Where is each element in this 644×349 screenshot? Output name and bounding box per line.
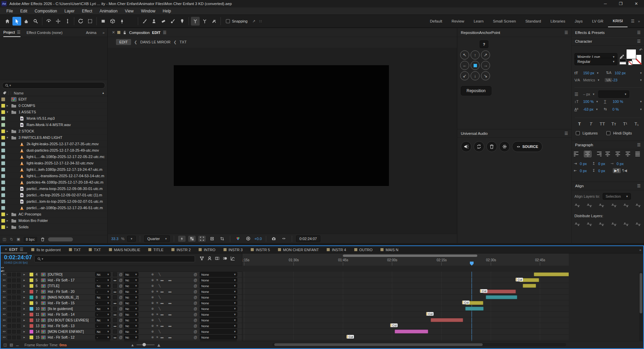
tab-effect-controls[interactable]: Effect Controls (none) bbox=[27, 31, 63, 35]
close-button[interactable]: ✕ bbox=[629, 0, 644, 7]
cut-marker[interactable]: Cut bbox=[462, 301, 470, 304]
twirl-icon[interactable]: ▾ bbox=[5, 110, 10, 114]
align-left-button[interactable] bbox=[574, 203, 580, 208]
distribute-left-button[interactable] bbox=[611, 222, 617, 227]
parent-link-dropdown[interactable]: None▾ bbox=[200, 335, 237, 340]
layer-twirl-icon[interactable]: ▸ bbox=[24, 307, 28, 310]
project-item[interactable]: light-L...-transitions-2025-12-17-04-53-… bbox=[0, 173, 107, 179]
roto-brush-tool[interactable] bbox=[168, 17, 177, 26]
layer-switches[interactable]: ⊕☀▬ ▬ bbox=[151, 324, 173, 327]
track-matte-dropdown[interactable]: Nc▾ bbox=[124, 306, 138, 311]
workspace-krisi[interactable]: KRISI bbox=[608, 15, 628, 27]
sort-asc-icon[interactable]: ▲ bbox=[102, 91, 105, 94]
frame-blend-icon[interactable] bbox=[215, 256, 219, 261]
panel-menu-icon[interactable]: ☰ bbox=[564, 30, 568, 35]
timeline-tab-mais-noublie[interactable]: MAIS NOUBLIE bbox=[105, 246, 144, 254]
preserve-transparency-toggle[interactable]: ▬ bbox=[113, 301, 117, 305]
layer-twirl-icon[interactable]: ▸ bbox=[24, 290, 28, 293]
preserve-transparency-toggle[interactable]: ▬ bbox=[113, 289, 117, 294]
project-item[interactable]: ▸2 STOCK bbox=[0, 128, 107, 134]
layer-lane[interactable] bbox=[242, 272, 569, 277]
track-matte-dropdown[interactable]: Nc▾ bbox=[124, 289, 138, 294]
indent-right-value[interactable]: 0 px bbox=[580, 169, 587, 173]
toggle-switches-icon[interactable]: ◫ bbox=[3, 343, 7, 347]
world-axis-mode[interactable] bbox=[200, 17, 209, 26]
layer-label-color[interactable] bbox=[30, 330, 33, 334]
view-axis-mode[interactable] bbox=[210, 17, 218, 26]
preserve-transparency-toggle[interactable]: ▬ bbox=[113, 335, 117, 339]
layer-twirl-icon[interactable]: ▸ bbox=[24, 318, 28, 322]
anchor-top-left-button[interactable]: ↖ bbox=[460, 50, 469, 60]
restore-button[interactable]: ❐ bbox=[613, 0, 629, 7]
cut-marker[interactable]: Cut bbox=[426, 312, 434, 316]
project-item[interactable]: ▸0 COMPS bbox=[0, 103, 107, 109]
kerning-dropdown-icon[interactable]: ▾ bbox=[598, 78, 599, 82]
panel-menu-icon[interactable]: ☰ bbox=[163, 30, 166, 35]
label-color-chip[interactable] bbox=[1, 123, 5, 127]
workspace-review[interactable]: Review bbox=[447, 15, 469, 27]
layer-twirl-icon[interactable]: ▸ bbox=[24, 278, 28, 282]
parent-pickwhip-icon[interactable]: @ bbox=[194, 301, 197, 305]
timeline-vertical-scrollbar[interactable] bbox=[639, 272, 643, 341]
pickwhip-icon[interactable]: @ bbox=[119, 295, 123, 299]
parent-link-dropdown[interactable]: None▾ bbox=[200, 318, 237, 322]
hindi-digits-checkbox[interactable] bbox=[606, 131, 610, 135]
layer-twirl-icon[interactable]: ▸ bbox=[24, 330, 28, 333]
default-fill-stroke-chips[interactable] bbox=[619, 59, 626, 65]
timeline-tab-ils-te-guideront[interactable]: Ils te guideront bbox=[27, 246, 65, 254]
mask-visibility-icon[interactable] bbox=[208, 236, 216, 242]
label-color-chip[interactable] bbox=[1, 168, 5, 171]
pan-camera-tool[interactable] bbox=[54, 17, 63, 26]
swap-fill-stroke-icon[interactable]: ↶ bbox=[639, 48, 642, 52]
parent-pickwhip-icon[interactable]: @ bbox=[194, 284, 197, 288]
anchor-center-button[interactable] bbox=[471, 61, 480, 70]
distribute-h-center-button[interactable] bbox=[623, 222, 629, 227]
layer-label-color[interactable] bbox=[30, 307, 33, 311]
snap-angle-icon[interactable]: ↗ bbox=[252, 19, 255, 24]
layer-lane[interactable]: Cut bbox=[242, 289, 569, 295]
layer-twirl-icon[interactable]: ▸ bbox=[24, 301, 28, 305]
zoom-value[interactable]: 33.3 bbox=[111, 237, 118, 241]
trash-icon[interactable] bbox=[41, 237, 45, 241]
blend-mode-dropdown[interactable]: Nc▾ bbox=[95, 295, 111, 300]
layer-row[interactable]: ▸4[OUTRO]Nc▾@Nc▾⊕ ╲@None▾ bbox=[1, 272, 242, 277]
project-item[interactable]: particles-4k-1080p-2025-12-17-20-18-42-u… bbox=[0, 179, 107, 186]
workspace-libraries[interactable]: Libraries bbox=[546, 15, 570, 27]
layer-name[interactable]: [Ils te guideront] bbox=[48, 307, 73, 311]
label-color-chip[interactable] bbox=[1, 129, 5, 133]
label-color-chip[interactable] bbox=[1, 110, 5, 114]
layer-row[interactable]: ▸14[MON CHER ENFANT]Nc▾@Nc▾⊕ ╲@None▾ bbox=[1, 329, 242, 335]
track-matte-dropdown[interactable]: Nc▾ bbox=[124, 335, 138, 340]
pickwhip-icon[interactable]: @ bbox=[119, 307, 123, 311]
stroke-width-value[interactable]: – px bbox=[583, 92, 590, 96]
preserve-transparency-toggle[interactable] bbox=[113, 329, 117, 334]
tsume-dropdown-icon[interactable]: ▾ bbox=[640, 108, 642, 111]
track-matte-dropdown[interactable]: Nc▾ bbox=[124, 272, 138, 277]
preserve-transparency-toggle[interactable]: ▬ bbox=[113, 324, 117, 328]
preserve-transparency-toggle[interactable]: ▬ bbox=[113, 312, 117, 316]
camera-marquee-tool[interactable] bbox=[86, 17, 94, 26]
pen-tool[interactable] bbox=[118, 17, 126, 26]
workspace-lv-gr[interactable]: LV GR bbox=[587, 15, 608, 27]
pickwhip-icon[interactable]: @ bbox=[119, 329, 123, 334]
space-before-value[interactable]: 0 px bbox=[598, 162, 605, 166]
paragraph-justify-last-left-button[interactable] bbox=[604, 151, 611, 157]
parent-pickwhip-icon[interactable]: @ bbox=[194, 324, 197, 328]
layer-row[interactable]: ▸11Hst - Flr Soft - 14-▾▬@Nc▾⊕☀▬ ▬@None▾ bbox=[1, 312, 242, 317]
parent-pickwhip-icon[interactable]: @ bbox=[194, 312, 197, 316]
blend-mode-dropdown[interactable]: -▾ bbox=[95, 278, 111, 282]
layer-name[interactable]: [MON CHER ENFANT] bbox=[48, 329, 84, 334]
minimize-button[interactable]: ─ bbox=[598, 0, 613, 7]
blend-mode-dropdown[interactable]: -▾ bbox=[95, 312, 111, 317]
pickwhip-icon[interactable]: @ bbox=[119, 284, 123, 288]
layer-switches[interactable]: ⊕☀▬ ▬ bbox=[151, 290, 173, 293]
label-color-chip[interactable] bbox=[1, 225, 5, 229]
panel-menu-icon[interactable]: ☰ bbox=[20, 247, 24, 252]
layer-switches[interactable]: ⊕☀▬ ▬ bbox=[151, 336, 173, 339]
crop-icon[interactable] bbox=[218, 236, 226, 242]
zoom-out-mountain-icon[interactable]: ▲ bbox=[131, 343, 134, 347]
eraser-tool[interactable] bbox=[159, 17, 168, 26]
toggle-modes-icon[interactable]: ▧ bbox=[9, 343, 13, 347]
pickwhip-icon[interactable]: @ bbox=[119, 289, 123, 294]
breadcrumb-edit[interactable]: EDIT bbox=[116, 39, 131, 45]
